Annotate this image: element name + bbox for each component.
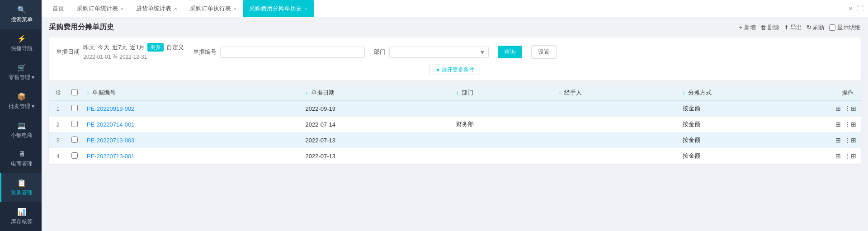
row-handler (554, 101, 678, 117)
action-icons: ⊞ ⋮⊞ (829, 121, 856, 128)
sidebar-item-电商管理[interactable]: 🖥电商管理 (0, 145, 42, 173)
tab-close-btn[interactable]: × (305, 6, 307, 11)
th-dept-label: 部门 (462, 89, 473, 96)
tab-label: 采购费用分摊单历史 (249, 5, 302, 12)
row-checkbox[interactable] (71, 137, 78, 143)
dept-select-wrapper: ▼ (389, 47, 489, 58)
tab-采购费用分摊单历史[interactable]: 采购费用分摊单历史× (243, 0, 314, 17)
more-action-icon[interactable]: ⋮⊞ (844, 105, 856, 112)
date-shortcut-自定义[interactable]: 自定义 (166, 43, 184, 52)
settings-button[interactable]: 设置 (531, 45, 557, 59)
row-checkbox-cell (67, 132, 82, 148)
tab-bar-right: × ⛶ (849, 5, 863, 12)
sidebar-icon: 📦 (5, 92, 38, 101)
sidebar-label: 小畅电商 (11, 132, 33, 138)
dept-select[interactable] (389, 47, 489, 58)
tab-close-btn[interactable]: × (234, 6, 236, 11)
row-checkbox[interactable] (71, 152, 78, 159)
sidebar-item-小畅电商[interactable]: 💻小畅电商 (0, 116, 42, 145)
dept-label: 部门 (374, 48, 386, 56)
main-content: 首页采购订单统计表×进货单统计表×采购订单执行表×采购费用分摊单历史× × ⛶ … (42, 0, 868, 231)
select-all-checkbox[interactable] (71, 89, 78, 95)
date-shortcut-更多[interactable]: 更多 (147, 43, 164, 52)
close-window-icon[interactable]: × (849, 5, 853, 12)
row-split-method: 按金额 (678, 148, 825, 164)
dept-sort-icon: ↕ (456, 90, 459, 95)
export-button[interactable]: ⬆ 导出 (784, 24, 802, 32)
th-checkbox (67, 85, 82, 101)
th-dept: ↕ 部门 (452, 85, 554, 101)
sidebar-item-零售管理[interactable]: 🛒零售管理 ▾ (0, 58, 42, 87)
more-action-icon[interactable]: ⋮⊞ (844, 152, 856, 160)
row-checkbox[interactable] (71, 105, 78, 111)
tab-采购订单执行表[interactable]: 采购订单执行表× (184, 0, 243, 17)
tab-label: 进货单统计表 (136, 5, 171, 12)
row-doc-no: PE-20220713-003 (82, 132, 301, 148)
row-split-method: 按金额 (678, 101, 825, 117)
th-doc-date-label: 单据日期 (311, 89, 335, 96)
delete-icon: 🗑 (760, 24, 766, 31)
toolbar: + 新增 🗑 删除 ⬆ 导出 ↻ 刷新 显示明细 (739, 24, 861, 32)
page-title: 采购费用分摊单历史 (49, 23, 114, 32)
expand-more-button[interactable]: ▼ 展开更多条件 (429, 65, 481, 75)
table-settings-icon[interactable]: ⚙ (55, 89, 61, 96)
date-shortcut-近7天[interactable]: 近7天 (112, 43, 127, 52)
action-icons: ⊞ ⋮⊞ (829, 105, 856, 112)
date-shortcut-近1月[interactable]: 近1月 (130, 43, 145, 52)
filter-area: 单据日期 昨天今天近7天近1月更多自定义 2022-01-01 至 2022-1… (49, 38, 861, 80)
page-title-bar: 采购费用分摊单历史 + 新增 🗑 删除 ⬆ 导出 ↻ 刷新 显示明细 (49, 23, 861, 32)
sidebar: 🔍搜索菜单⚡快捷导航🛒零售管理 ▾📦批发管理 ▾💻小畅电商🖥电商管理📋采购管理📊… (0, 0, 42, 231)
sidebar-label: 电商管理 (11, 160, 33, 167)
more-action-icon[interactable]: ⋮⊞ (844, 121, 856, 128)
view-action-icon[interactable]: ⊞ (835, 105, 841, 112)
sidebar-label: 库存核算 (11, 218, 33, 225)
doc-no-link[interactable]: PE-20220919-002 (87, 105, 135, 112)
delete-button[interactable]: 🗑 删除 (760, 24, 779, 32)
doc-no-link[interactable]: PE-20220713-001 (87, 153, 135, 160)
more-action-icon[interactable]: ⋮⊞ (844, 137, 856, 144)
sidebar-label: 采购管理 (11, 189, 33, 196)
split-method-sort-icon: ↕ (683, 90, 685, 95)
sidebar-label: 批发管理 ▾ (9, 103, 34, 109)
sidebar-item-库存核算[interactable]: 📊库存核算 (0, 202, 42, 231)
maximize-window-icon[interactable]: ⛶ (857, 5, 863, 12)
row-checkbox[interactable] (71, 121, 78, 127)
row-doc-no: PE-20220919-002 (82, 101, 301, 117)
row-doc-date: 2022-09-19 (301, 101, 452, 117)
sidebar-item-采购管理[interactable]: 📋采购管理 (0, 173, 42, 202)
date-shortcut-今天[interactable]: 今天 (98, 43, 109, 52)
doc-no-link[interactable]: PE-20220714-001 (87, 121, 135, 128)
tab-进货单统计表[interactable]: 进货单统计表× (130, 0, 183, 17)
tab-close-btn[interactable]: × (174, 6, 177, 11)
show-details-input[interactable] (829, 24, 835, 31)
sidebar-item-快捷导航[interactable]: ⚡快捷导航 (0, 29, 42, 58)
table-body: 1 PE-20220919-002 2022-09-19 按金额 ⊞ ⋮⊞ 2 … (49, 101, 861, 164)
docno-input[interactable] (220, 47, 365, 58)
row-dept: 财务部 (452, 117, 554, 132)
doc-no-link[interactable]: PE-20220713-003 (87, 137, 135, 144)
row-split-method: 按金额 (678, 132, 825, 148)
date-shortcut-昨天[interactable]: 昨天 (83, 43, 95, 52)
tab-首页[interactable]: 首页 (46, 0, 71, 17)
th-handler-label: 经手人 (564, 89, 582, 96)
sidebar-icon: 📋 (5, 179, 38, 187)
date-filter-group: 单据日期 昨天今天近7天近1月更多自定义 2022-01-01 至 2022-1… (56, 43, 184, 61)
query-button[interactable]: 查询 (498, 46, 522, 58)
row-checkbox-cell (67, 101, 82, 117)
table-row: 4 PE-20220713-001 2022-07-13 按金额 ⊞ ⋮⊞ (49, 148, 861, 164)
view-action-icon[interactable]: ⊞ (835, 152, 841, 160)
sidebar-item-批发管理[interactable]: 📦批发管理 ▾ (0, 87, 42, 116)
date-range: 2022-01-01 至 2022-12-31 (83, 53, 184, 61)
view-action-icon[interactable]: ⊞ (835, 137, 841, 144)
show-details-checkbox[interactable]: 显示明细 (829, 24, 861, 32)
refresh-button[interactable]: ↻ 刷新 (807, 24, 825, 32)
view-action-icon[interactable]: ⊞ (835, 121, 841, 128)
sidebar-label: 零售管理 ▾ (9, 74, 34, 80)
row-num: 1 (49, 101, 67, 117)
row-num: 4 (49, 148, 67, 164)
add-button[interactable]: + 新增 (739, 24, 756, 32)
sidebar-item-搜索菜单[interactable]: 🔍搜索菜单 (0, 0, 42, 29)
tab-采购订单统计表[interactable]: 采购订单统计表× (71, 0, 130, 17)
row-doc-no: PE-20220714-001 (82, 117, 301, 132)
tab-close-btn[interactable]: × (121, 6, 123, 11)
